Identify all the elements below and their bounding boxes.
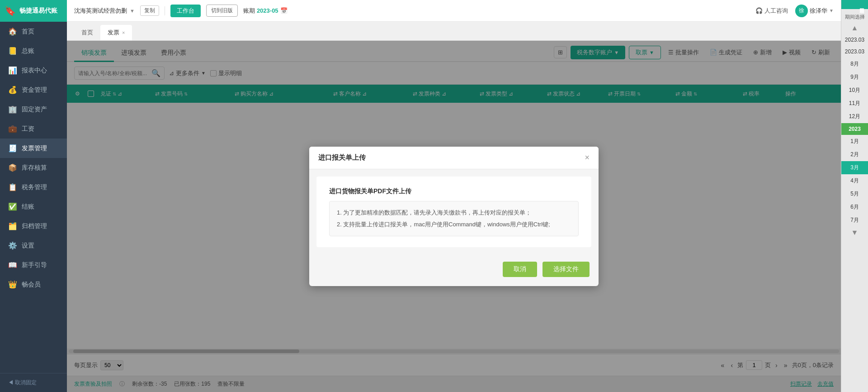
- period-item-apr[interactable]: 4月: [841, 174, 868, 187]
- modal-select-file-button[interactable]: 选择文件: [542, 262, 590, 277]
- period-item-4[interactable]: 10月: [841, 84, 868, 97]
- sidebar-item-label: 畅会员: [22, 281, 41, 289]
- modal-overlay: 进口报关单上传 × 进口货物报关单PDF文件上传 1. 为了更加精准的数据匹配，…: [67, 41, 841, 392]
- member-icon: 👑: [8, 280, 17, 289]
- modal-body-title: 进口货物报关单PDF文件上传: [329, 187, 579, 196]
- content-area: 销项发票 进项发票 费用小票 ⊞ 税务数字账户 ▼ 取票 ▼: [67, 41, 841, 392]
- user-menu[interactable]: 徐 徐泽华 ▼: [795, 5, 834, 17]
- sidebar-item-archive[interactable]: 🗂️ 归档管理: [0, 216, 67, 236]
- sidebar-item-home[interactable]: 🏠 首页: [0, 22, 67, 41]
- home-icon: 🏠: [8, 27, 17, 36]
- sidebar-item-label: 新手引导: [22, 261, 47, 269]
- tab-invoice[interactable]: 发票 ×: [100, 25, 132, 40]
- sidebar-item-reports[interactable]: 📊 报表中心: [0, 61, 67, 80]
- period-value: 2023-05: [257, 7, 278, 14]
- calendar-icon[interactable]: 📅: [280, 7, 288, 14]
- period-select-label: 期间选择: [845, 12, 865, 22]
- guide-icon: 📖: [8, 261, 17, 269]
- period-down-button[interactable]: ▼: [841, 227, 868, 239]
- company-selector[interactable]: 沈海英测试经营勿删 ▼: [74, 7, 135, 15]
- sidebar-item-label: 设置: [22, 242, 34, 250]
- inventory-icon: 📦: [8, 163, 17, 172]
- import-modal: 进口报关单上传 × 进口货物报关单PDF文件上传 1. 为了更加精准的数据匹配，…: [309, 147, 599, 286]
- modal-body: 进口货物报关单PDF文件上传 1. 为了更加精准的数据匹配，请先录入海关缴款书，…: [316, 177, 591, 247]
- modal-info-box: 1. 为了更加精准的数据匹配，请先录入海关缴款书，再上传对应的报关单； 2. 支…: [329, 201, 579, 236]
- service-button[interactable]: 🎧 人工咨询: [755, 7, 788, 15]
- invoice-icon: 🧾: [8, 144, 17, 153]
- modal-cancel-button[interactable]: 取消: [503, 262, 537, 277]
- sidebar-item-tax[interactable]: 📋 税务管理: [0, 177, 67, 197]
- sidebar-item-label: 发票管理: [22, 144, 47, 153]
- period-item-year[interactable]: 2023: [841, 123, 868, 135]
- sidebar-item-guide[interactable]: 📖 新手引导: [0, 255, 67, 275]
- period-item-3[interactable]: 9月: [841, 71, 868, 84]
- sidebar-footer-label: ◀ 取消固定: [8, 379, 37, 387]
- assets-icon: 🏢: [8, 105, 17, 114]
- period-up-button[interactable]: ▲: [841, 22, 868, 34]
- sidebar-item-label: 固定资产: [22, 105, 47, 114]
- sidebar-item-salary[interactable]: 💼 工资: [0, 119, 67, 139]
- period-label: 账期: [243, 7, 255, 15]
- period-item-5[interactable]: 11月: [841, 97, 868, 110]
- company-name: 沈海英测试经营勿删: [74, 7, 127, 15]
- topbar: 沈海英测试经营勿删 ▼ 复制 工作台 切到旧版 账期 2023-05 📅 🎧 人…: [67, 0, 841, 22]
- modal-close-button[interactable]: ×: [585, 153, 590, 163]
- reports-icon: 📊: [8, 66, 17, 75]
- sidebar-item-label: 资金管理: [22, 86, 47, 94]
- sidebar-item-label: 库存核算: [22, 164, 47, 172]
- settings-icon: ⚙️: [8, 241, 17, 250]
- period-item-mar[interactable]: 3月: [841, 161, 868, 174]
- avatar: 徐: [795, 5, 808, 17]
- period-item-1[interactable]: 2023.03: [841, 46, 868, 57]
- period-item-0[interactable]: 2023.03: [841, 34, 868, 46]
- topbar-divider: [165, 6, 165, 15]
- user-dropdown-icon: ▼: [829, 8, 834, 13]
- period-item-jan[interactable]: 1月: [841, 135, 868, 148]
- tax-icon: 📋: [8, 183, 17, 191]
- sidebar-footer-toggle[interactable]: ◀ 取消固定: [0, 373, 67, 392]
- sidebar-item-label: 归档管理: [22, 222, 47, 230]
- ledger-icon: 📒: [8, 47, 17, 55]
- main-area: 沈海英测试经营勿删 ▼ 复制 工作台 切到旧版 账期 2023-05 📅 🎧 人…: [67, 0, 841, 392]
- right-panel: 开票日期 期间选择 ▲ 2023.03 2023.03 8月 9月 10月 11…: [841, 0, 868, 392]
- modal-info-line1: 1. 为了更加精准的数据匹配，请先录入海关缴款书，再上传对应的报关单；: [337, 207, 571, 219]
- sidebar-item-member[interactable]: 👑 畅会员: [0, 275, 67, 294]
- modal-title: 进口报关单上传: [318, 153, 366, 162]
- logo-text: 畅捷通易代账: [19, 7, 57, 15]
- modal-footer: 取消 选择文件: [309, 254, 599, 286]
- version-switch-button[interactable]: 切到旧版: [206, 5, 238, 17]
- sidebar-item-assets[interactable]: 🏢 固定资产: [0, 100, 67, 119]
- sidebar-item-ledger[interactable]: 📒 总账: [0, 41, 67, 61]
- sidebar-item-label: 工资: [22, 125, 34, 133]
- period-item-may[interactable]: 5月: [841, 187, 868, 201]
- workspace-button[interactable]: 工作台: [170, 5, 201, 17]
- open-date-filter-button[interactable]: 开票日期: [841, 0, 868, 9]
- tab-invoice-label: 发票: [108, 29, 119, 37]
- period-item-6[interactable]: 12月: [841, 110, 868, 123]
- copy-button[interactable]: 复制: [140, 5, 159, 16]
- nav-tabs: 首页 发票 ×: [67, 22, 841, 41]
- sidebar-item-funds[interactable]: 💰 资金管理: [0, 80, 67, 100]
- topbar-right: 🎧 人工咨询 徐 徐泽华 ▼: [755, 5, 834, 17]
- modal-info-line2: 2. 支持批量上传进口报关单，mac用户使用Command键，windows用户…: [337, 219, 571, 230]
- tab-close-icon[interactable]: ×: [122, 30, 125, 35]
- sidebar-item-invoice[interactable]: 🧾 发票管理: [0, 139, 67, 158]
- sidebar-logo[interactable]: 🔖 畅捷通易代账: [0, 0, 67, 22]
- sidebar: 🔖 畅捷通易代账 🏠 首页 📒 总账 📊 报表中心 💰 资金管理 🏢 固定资产 …: [0, 0, 67, 392]
- sidebar-item-checkout[interactable]: ✅ 结账: [0, 197, 67, 216]
- period-item-jun[interactable]: 6月: [841, 201, 868, 214]
- sidebar-item-label: 首页: [22, 28, 34, 36]
- salary-icon: 💼: [8, 124, 17, 133]
- sidebar-item-label: 结账: [22, 203, 34, 211]
- period-item-jul[interactable]: 7月: [841, 214, 868, 227]
- period-item-feb[interactable]: 2月: [841, 148, 868, 161]
- checkout-icon: ✅: [8, 202, 17, 211]
- tab-home[interactable]: 首页: [74, 25, 100, 40]
- sidebar-item-settings[interactable]: ⚙️ 设置: [0, 236, 67, 255]
- sidebar-item-label: 总账: [22, 47, 34, 55]
- username: 徐泽华: [810, 7, 827, 15]
- period-display: 账期 2023-05 📅: [243, 7, 288, 15]
- sidebar-item-label: 税务管理: [22, 183, 47, 191]
- sidebar-item-inventory[interactable]: 📦 库存核算: [0, 158, 67, 177]
- period-item-2[interactable]: 8月: [841, 57, 868, 71]
